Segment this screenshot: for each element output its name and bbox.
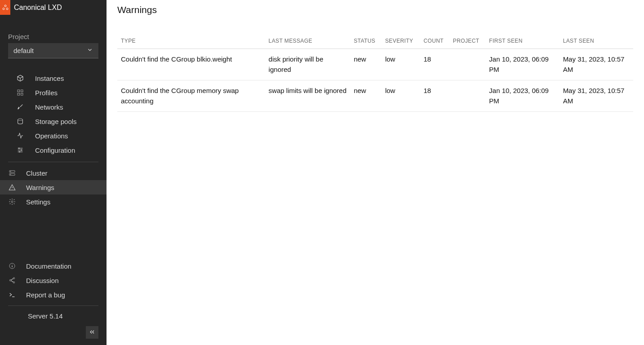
cell-first_seen: Jan 10, 2023, 06:09 PM bbox=[485, 49, 559, 80]
sidebar-item-settings[interactable]: Settings bbox=[0, 195, 107, 209]
sidebar-item-cluster[interactable]: Cluster bbox=[0, 166, 107, 180]
svg-point-9 bbox=[21, 150, 22, 150]
col-header-project[interactable]: PROJECT bbox=[449, 33, 486, 49]
cell-severity: low bbox=[382, 80, 420, 112]
brand: Canonical LXD bbox=[0, 0, 107, 15]
cell-count: 18 bbox=[420, 49, 449, 80]
sliders-icon bbox=[16, 146, 24, 154]
sidebar-item-configuration[interactable]: Configuration bbox=[0, 143, 107, 157]
sidebar-item-label: Cluster bbox=[26, 169, 48, 177]
sidebar-item-label: Operations bbox=[35, 132, 68, 140]
svg-rect-12 bbox=[9, 173, 15, 175]
svg-rect-3 bbox=[18, 90, 20, 92]
svg-rect-11 bbox=[9, 171, 15, 172]
terminal-icon bbox=[8, 291, 16, 299]
col-header-type[interactable]: TYPE bbox=[117, 33, 265, 49]
svg-point-14 bbox=[10, 174, 11, 175]
nav-sub-group: Instances Profiles Networks Storage pool… bbox=[0, 63, 107, 157]
sidebar-item-label: Storage pools bbox=[35, 118, 77, 125]
svg-point-10 bbox=[19, 151, 20, 152]
nav-main-group: Cluster Warnings Settings bbox=[0, 166, 107, 209]
sidebar-item-label: Profiles bbox=[35, 89, 58, 97]
sidebar-item-label: Report a bug bbox=[26, 291, 65, 299]
project-select[interactable]: default bbox=[8, 43, 98, 58]
chevrons-left-icon bbox=[89, 328, 96, 337]
cell-status: new bbox=[350, 49, 382, 80]
svg-rect-6 bbox=[21, 93, 23, 95]
cell-last_seen: May 31, 2023, 10:57 AM bbox=[560, 49, 633, 80]
cell-last_seen: May 31, 2023, 10:57 AM bbox=[560, 80, 633, 112]
sidebar-item-label: Instances bbox=[35, 75, 64, 82]
share-icon bbox=[8, 276, 16, 284]
svg-point-7 bbox=[18, 119, 23, 120]
col-header-count[interactable]: COUNT bbox=[420, 33, 449, 49]
page-title: Warnings bbox=[117, 4, 633, 15]
cell-project bbox=[449, 49, 486, 80]
collapse-sidebar-button[interactable] bbox=[86, 326, 98, 339]
col-header-last-seen[interactable]: LAST SEEN bbox=[560, 33, 633, 49]
cell-type: Couldn't find the CGroup blkio.weight bbox=[117, 49, 265, 80]
sidebar-item-storage-pools[interactable]: Storage pools bbox=[0, 114, 107, 128]
project-label: Project bbox=[8, 33, 98, 40]
col-header-status[interactable]: STATUS bbox=[350, 33, 382, 49]
gear-icon bbox=[8, 198, 16, 206]
chevron-down-icon bbox=[87, 47, 93, 54]
sidebar-item-networks[interactable]: Networks bbox=[0, 100, 107, 114]
svg-point-8 bbox=[18, 148, 19, 149]
database-icon bbox=[16, 117, 24, 125]
info-icon bbox=[8, 262, 16, 270]
project-block: Project default bbox=[0, 15, 107, 63]
sidebar-item-discussion[interactable]: Discussion bbox=[0, 273, 107, 288]
sidebar-item-label: Discussion bbox=[26, 277, 59, 284]
sidebar-item-label: Configuration bbox=[35, 146, 75, 154]
grid-icon bbox=[16, 88, 24, 97]
svg-point-1 bbox=[3, 8, 4, 9]
cell-status: new bbox=[350, 80, 382, 112]
cell-severity: low bbox=[382, 49, 420, 80]
brand-logo-icon bbox=[0, 0, 10, 15]
cell-count: 18 bbox=[420, 80, 449, 112]
sidebar-item-label: Settings bbox=[26, 198, 50, 206]
svg-point-2 bbox=[6, 8, 8, 9]
col-header-last-message[interactable]: LAST MESSAGE bbox=[265, 33, 351, 49]
sidebar-item-profiles[interactable]: Profiles bbox=[0, 85, 107, 100]
cell-project bbox=[449, 80, 486, 112]
warnings-table: TYPE LAST MESSAGE STATUS SEVERITY COUNT … bbox=[117, 33, 633, 112]
brush-icon bbox=[16, 103, 24, 111]
main-content: Warnings TYPE LAST MESSAGE STATUS SEVERI… bbox=[107, 0, 644, 345]
divider bbox=[8, 162, 98, 162]
server-version: Server 5.14 bbox=[8, 305, 98, 324]
box-icon bbox=[16, 74, 24, 82]
svg-rect-4 bbox=[21, 90, 23, 92]
svg-point-15 bbox=[11, 201, 13, 203]
table-row[interactable]: Couldn't find the CGroup blkio.weightdis… bbox=[117, 49, 633, 80]
sidebar-item-label: Documentation bbox=[26, 262, 71, 270]
sidebar-item-warnings[interactable]: Warnings bbox=[0, 180, 107, 195]
cell-first_seen: Jan 10, 2023, 06:09 PM bbox=[485, 80, 559, 112]
sidebar-item-documentation[interactable]: Documentation bbox=[0, 259, 107, 273]
sidebar-item-report-bug[interactable]: Report a bug bbox=[0, 288, 107, 302]
brand-text: Canonical LXD bbox=[10, 4, 62, 12]
table-row[interactable]: Couldn't find the CGroup memory swap acc… bbox=[117, 80, 633, 112]
svg-point-13 bbox=[10, 171, 11, 172]
cell-last_message: swap limits will be ignored bbox=[265, 80, 351, 112]
nav-bottom-group: Documentation Discussion Report a bug Se… bbox=[0, 259, 107, 345]
sidebar: Canonical LXD Project default Instances … bbox=[0, 0, 107, 345]
col-header-severity[interactable]: SEVERITY bbox=[382, 33, 420, 49]
svg-rect-5 bbox=[18, 93, 20, 95]
cell-type: Couldn't find the CGroup memory swap acc… bbox=[117, 80, 265, 112]
sidebar-item-instances[interactable]: Instances bbox=[0, 71, 107, 85]
sidebar-item-operations[interactable]: Operations bbox=[0, 128, 107, 143]
svg-point-0 bbox=[4, 5, 6, 7]
activity-icon bbox=[16, 132, 24, 140]
server-icon bbox=[8, 169, 16, 177]
project-select-value: default bbox=[13, 47, 34, 54]
col-header-first-seen[interactable]: FIRST SEEN bbox=[485, 33, 559, 49]
cell-last_message: disk priority will be ignored bbox=[265, 49, 351, 80]
warning-icon bbox=[8, 183, 16, 191]
sidebar-item-label: Networks bbox=[35, 103, 63, 111]
sidebar-item-label: Warnings bbox=[26, 184, 54, 191]
